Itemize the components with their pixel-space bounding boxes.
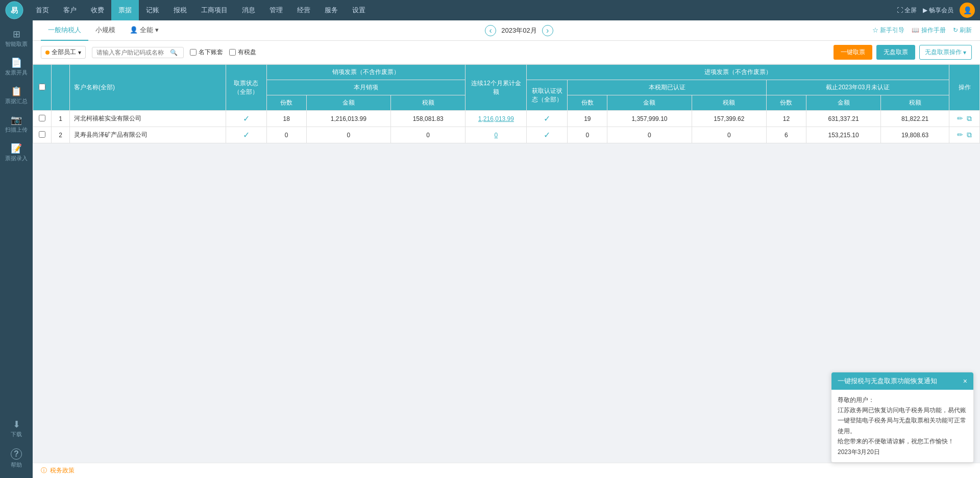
member-button[interactable]: ▶ 畅享会员 [923,6,953,15]
row-check-1[interactable] [33,127,52,143]
invoice-table: 客户名称(全部) 取票状态（全部） 销项发票（不含作废票） 连续12个月累计金额… [33,64,980,143]
nav-service[interactable]: 服务 [317,0,345,20]
nav-manage[interactable]: 管理 [262,0,290,20]
prev-month-button[interactable]: ‹ [485,25,496,36]
svg-text:易: 易 [11,6,18,14]
play-icon: ▶ [923,7,927,14]
fullscreen-button[interactable]: ⛶ 全屏 [897,6,917,15]
current-month-display: 2023年02月 [501,26,536,35]
row-month-count-1: 0 [266,127,306,143]
row-period-amount-0: 1,357,999.10 [607,111,692,127]
notification-body: 尊敬的用户：江苏政务网已恢复访问电子税务局功能，易代账一键登陆电子税务局与无盘取… [831,390,973,462]
copy-icon-1[interactable]: ⧉ [967,131,972,139]
col-fetch-status-header: 取票状态（全部） [226,65,266,111]
row-confirm-status-1: ✓ [527,127,568,143]
tab-small-scale[interactable]: 小规模 [88,20,122,41]
copy-icon-0[interactable]: ⧉ [967,114,972,122]
nav-billing[interactable]: 收费 [84,0,111,20]
col-this-period-confirmed-header: 本税期已认证 [568,80,767,95]
nav-business[interactable]: 工商项目 [194,0,235,20]
notification-close-button[interactable]: × [963,377,967,385]
nav-message[interactable]: 消息 [235,0,262,20]
row-operations-0: ✏ ⧉ [949,111,980,127]
tax-disk-checkbox[interactable] [229,49,236,56]
fullscreen-icon: ⛶ [897,7,903,14]
row-check-0[interactable] [33,111,52,127]
sidebar: ⊞ 智能取票 📄 发票开具 📋 票据汇总 📷 扫描上传 📝 票据录入 ⬇ 下载 … [0,20,33,478]
download-icon: ⬇ [13,420,20,429]
sidebar-item-smart-fetch[interactable]: ⊞ 智能取票 [2,26,31,52]
row-before-count-0: 12 [767,111,806,127]
nav-customer[interactable]: 客户 [56,0,84,20]
checkbox-account-set[interactable]: 名下账套 [190,48,223,57]
nav-settings[interactable]: 设置 [345,0,373,20]
row-before-tax-1: 19,808.63 [881,127,949,143]
sidebar-item-invoice-summary[interactable]: 📋 票据汇总 [2,83,31,109]
row-operations-1: ✏ ⧉ [949,127,980,143]
search-icon[interactable]: 🔍 [170,49,178,56]
col-customer-name-header: 客户名称(全部) [70,65,226,111]
col-purchase-invoice-header: 进项发票（不含作废票） [527,65,949,80]
row-customer-name-0: 河北柯禧桩实业有限公司 [70,111,226,127]
edit-icon-1[interactable]: ✏ [957,131,963,139]
row-period-tax-1: 0 [692,127,766,143]
more-operations-button[interactable]: 无盘取票操作 ▾ [919,45,972,60]
manual-button[interactable]: 📖 操作手册 [912,26,945,35]
row-month-count-0: 18 [266,111,306,127]
checkbox-tax-disk[interactable]: 有税盘 [229,48,256,57]
sidebar-item-invoice-issue[interactable]: 📄 发票开具 [2,54,31,81]
row-month-tax-1: 0 [391,127,465,143]
tab-bar: 一般纳税人 小规模 👤 全能 ▾ ‹ 2023年02月 › ☆ 新手引导 📖 操… [33,20,980,41]
row-month-tax-0: 158,081.83 [391,111,465,127]
new-user-guide-button[interactable]: ☆ 新手引导 [872,26,904,35]
user-icon: 👤 [130,20,138,40]
account-set-checkbox[interactable] [190,49,197,56]
refresh-icon: ↻ [953,27,958,34]
col-this-month-sales-header: 本月销项 [266,80,465,95]
nav-operation[interactable]: 经营 [290,0,317,20]
no-disk-fetch-button[interactable]: 无盘取票 [876,45,915,60]
nav-invoice[interactable]: 票据 [111,0,139,20]
col-before-mar-header: 截止2023年03月未认证 [767,80,949,95]
nav-home[interactable]: 首页 [29,0,56,20]
col-before-count-header: 份数 [767,95,806,111]
filter-bar: 全部员工 ▾ 🔍 名下账套 有税盘 一键取票 无盘取票 无盘取票操作 ▾ [33,41,980,64]
col-confirm-status-header: 获取认证状态（全部） [527,80,568,111]
bottom-bar: ⓘ 税务政策 [33,463,980,478]
sidebar-item-download[interactable]: ⬇ 下载 [2,416,31,442]
top-navigation: 易 首页 客户 收费 票据 记账 报税 工商项目 消息 管理 经营 服务 设置 … [0,0,980,20]
invoice-summary-icon: 📋 [11,87,22,96]
col-period-amount-header: 金额 [607,95,692,111]
col-sales-amount-header: 金额 [306,95,390,111]
select-all-checkbox[interactable] [39,84,45,90]
sidebar-item-invoice-entry[interactable]: 📝 票据录入 [2,140,31,166]
col-sales-count-header: 份数 [266,95,306,111]
sidebar-item-help[interactable]: ? 帮助 [2,444,31,473]
one-click-fetch-button[interactable]: 一键取票 [834,45,872,60]
col-period-tax-header: 税额 [692,95,766,111]
edit-icon-0[interactable]: ✏ [957,114,963,122]
employee-select[interactable]: 全部员工 ▾ [41,46,86,59]
row-before-amount-1: 153,215.10 [806,127,880,143]
row-num-1: 2 [52,127,70,143]
customer-search-input[interactable] [96,49,168,56]
avatar[interactable]: 👤 [960,3,975,18]
book-icon: 📖 [912,27,919,34]
refresh-button[interactable]: ↻ 刷新 [953,26,972,35]
row-period-count-1: 0 [568,127,607,143]
tab-all[interactable]: 👤 全能 ▾ [122,20,166,41]
tax-policy-link[interactable]: 税务政策 [50,466,75,475]
col-before-tax-header: 税额 [881,95,949,111]
sidebar-bottom: ⬇ 下载 ? 帮助 [2,416,31,478]
next-month-button[interactable]: › [542,25,553,36]
sidebar-item-scan-upload[interactable]: 📷 扫描上传 [2,111,31,138]
row-before-count-1: 6 [767,127,806,143]
help-icon: ? [11,448,22,460]
nav-bookkeeping[interactable]: 记账 [139,0,166,20]
nav-tax[interactable]: 报税 [166,0,194,20]
row-consecutive12-1[interactable]: 0 [465,127,527,143]
customer-search-box: 🔍 [92,47,184,58]
row-consecutive12-0[interactable]: 1,216,013.99 [465,111,527,127]
invoice-entry-icon: 📝 [11,144,22,153]
tab-general-taxpayer[interactable]: 一般纳税人 [41,20,88,41]
